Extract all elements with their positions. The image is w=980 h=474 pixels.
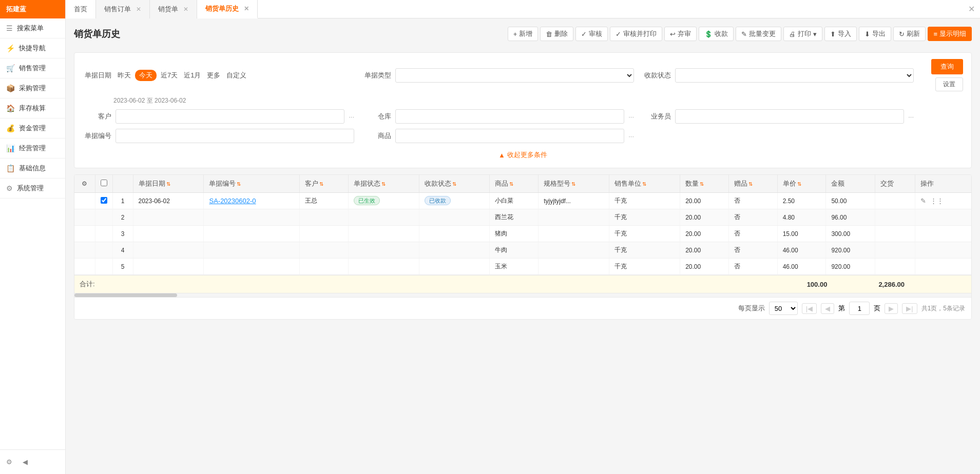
salesperson-input[interactable] xyxy=(675,109,904,124)
th-payment-status[interactable]: 收款状态 ⇅ xyxy=(419,175,490,193)
warehouse-input[interactable] xyxy=(395,109,624,124)
doc-number-label: 单据编号 xyxy=(83,131,111,141)
bottom-collapse-icon: ◀ xyxy=(23,458,28,466)
more-icon[interactable]: ⋮⋮ xyxy=(930,197,944,205)
sidebar-item-sales-mgmt[interactable]: 🛒 销售管理 xyxy=(0,58,65,78)
last7days-shortcut[interactable]: 近7天 xyxy=(159,70,180,81)
sidebar-item-purchase-mgmt[interactable]: 📦 采购管理 xyxy=(0,78,65,98)
td-checkbox[interactable] xyxy=(95,242,112,259)
th-gift[interactable]: 赠品 ⇅ xyxy=(728,175,777,193)
abandon-button[interactable]: ↩ 弃审 xyxy=(664,27,697,41)
th-qty[interactable]: 数量 ⇅ xyxy=(680,175,729,193)
sidebar-item-search-menu[interactable]: ☰ 搜索菜单 xyxy=(0,18,65,38)
payment-status-select[interactable] xyxy=(675,68,914,83)
td-customer xyxy=(299,226,348,242)
doc-number-link[interactable]: SA-20230602-0 xyxy=(209,197,256,205)
tabs-close-all[interactable]: ✕ xyxy=(968,4,980,14)
th-doc-date[interactable]: 单据日期 ⇅ xyxy=(133,175,204,193)
th-goods[interactable]: 商品 ⇅ xyxy=(490,175,539,193)
today-shortcut[interactable]: 今天 xyxy=(135,70,157,81)
goods-dots[interactable]: ··· xyxy=(628,132,634,140)
show-detail-label: 显示明细 xyxy=(939,29,966,38)
import-icon: ⬆ xyxy=(830,30,836,38)
salesperson-dots[interactable]: ··· xyxy=(908,113,914,121)
td-checkbox[interactable] xyxy=(95,226,112,242)
th-customer[interactable]: 客户 ⇅ xyxy=(299,175,348,193)
more-shortcut[interactable]: 更多 xyxy=(205,70,222,81)
audit-print-button[interactable]: ✓ 审核并打印 xyxy=(610,27,662,41)
sidebar-item-operation[interactable]: 📊 经营管理 xyxy=(0,139,65,159)
tab-sales-goods-history[interactable]: 销货单历史 ✕ xyxy=(197,0,258,18)
delete-button[interactable]: 🗑 删除 xyxy=(540,27,573,41)
sidebar-item-inventory[interactable]: 🏠 库存核算 xyxy=(0,98,65,118)
sort-gift-icon: ⇅ xyxy=(748,181,753,187)
batch-change-button[interactable]: ✎ 批量变更 xyxy=(736,27,781,41)
prev-page-btn[interactable]: ◀ xyxy=(821,303,834,314)
table-scrollbar[interactable] xyxy=(74,293,971,297)
th-doc-status[interactable]: 单据状态 ⇅ xyxy=(348,175,419,193)
td-unit: 千克 xyxy=(609,259,680,275)
td-customer: 王总 xyxy=(299,193,348,209)
warehouse-label: 仓库 xyxy=(362,112,391,121)
first-page-btn[interactable]: |◀ xyxy=(802,303,817,314)
main-area: 首页 销售订单 ✕ 销货单 ✕ 销货单历史 ✕ ✕ 销货单历史 + 新增 xyxy=(66,0,980,474)
th-unit-price[interactable]: 单价 ⇅ xyxy=(777,175,826,193)
page-input[interactable] xyxy=(849,302,870,315)
goods-input[interactable] xyxy=(395,129,624,143)
import-button[interactable]: ⬆ 导入 xyxy=(824,27,857,41)
sidebar-item-quick-nav[interactable]: ⚡ 快捷导航 xyxy=(0,38,65,58)
th-spec[interactable]: 规格型号 ⇅ xyxy=(539,175,609,193)
sidebar-item-finance[interactable]: 💰 资金管理 xyxy=(0,118,65,139)
filter-row-1: 单据日期 昨天 今天 近7天 近1月 更多 自定义 单据类型 xyxy=(83,59,963,91)
sales-mgmt-icon: 🛒 xyxy=(6,64,15,72)
select-all-checkbox[interactable] xyxy=(101,180,107,186)
edit-icon[interactable]: ✎ xyxy=(920,197,926,205)
settings-button[interactable]: 设置 xyxy=(935,77,963,91)
td-doc-number[interactable]: SA-20230602-0 xyxy=(204,193,299,209)
th-doc-number[interactable]: 单据编号 ⇅ xyxy=(204,175,299,193)
sidebar-item-basic-info[interactable]: 📋 基础信息 xyxy=(0,159,65,179)
td-no: 3 xyxy=(112,226,133,242)
refresh-button[interactable]: ↻ 刷新 xyxy=(893,27,926,41)
collapse-btn[interactable]: ▲ 收起更多条件 xyxy=(83,148,963,162)
td-checkbox[interactable] xyxy=(95,209,112,226)
export-icon: ⬇ xyxy=(864,30,870,38)
sidebar-item-system-mgmt[interactable]: ⚙ 系统管理 xyxy=(0,179,65,199)
tab-sales-order-close[interactable]: ✕ xyxy=(136,6,141,13)
last1month-shortcut[interactable]: 近1月 xyxy=(182,70,203,81)
custom-shortcut[interactable]: 自定义 xyxy=(224,70,248,81)
doc-type-select[interactable] xyxy=(395,68,634,83)
last-page-btn[interactable]: ▶| xyxy=(902,303,917,314)
sidebar-item-label: 系统管理 xyxy=(17,184,44,193)
tab-sales-goods-history-close[interactable]: ✕ xyxy=(244,5,249,12)
show-detail-button[interactable]: ≡ 显示明细 xyxy=(928,27,972,41)
tab-sales-goods-close[interactable]: ✕ xyxy=(183,6,188,13)
th-checkbox[interactable] xyxy=(95,175,112,193)
receive-button[interactable]: 💲 收款 xyxy=(699,27,734,41)
print-button[interactable]: 🖨 打印 ▾ xyxy=(783,27,822,41)
sidebar-bottom-settings[interactable]: ⚙ ◀ xyxy=(0,454,65,470)
doc-number-input[interactable] xyxy=(116,129,354,143)
customer-dots[interactable]: ··· xyxy=(349,113,354,121)
tab-sales-order[interactable]: 销售订单 ✕ xyxy=(96,0,150,18)
td-checkbox[interactable] xyxy=(95,193,112,209)
customer-input[interactable] xyxy=(116,109,344,124)
yesterday-shortcut[interactable]: 昨天 xyxy=(116,70,133,81)
th-actions-label: 操作 xyxy=(920,180,934,187)
warehouse-dots[interactable]: ··· xyxy=(628,113,634,121)
export-button[interactable]: ⬇ 导出 xyxy=(859,27,891,41)
td-doc-date: 2023-06-02 xyxy=(133,193,204,209)
page-size-select[interactable]: 50 20 100 xyxy=(769,302,798,315)
th-unit[interactable]: 销售单位 ⇅ xyxy=(609,175,680,193)
next-page-btn[interactable]: ▶ xyxy=(885,303,898,314)
td-checkbox[interactable] xyxy=(95,259,112,275)
td-qty: 20.00 xyxy=(680,209,729,226)
row-checkbox[interactable] xyxy=(101,197,107,204)
tab-home[interactable]: 首页 xyxy=(66,0,96,18)
tab-sales-goods[interactable]: 销货单 ✕ xyxy=(150,0,197,18)
new-button[interactable]: + 新增 xyxy=(508,27,539,41)
total-qty: 100.00 xyxy=(807,281,828,288)
th-settings[interactable]: ⚙ xyxy=(74,175,95,193)
audit-button[interactable]: ✓ 审核 xyxy=(575,27,608,41)
query-button[interactable]: 查询 xyxy=(931,59,963,74)
